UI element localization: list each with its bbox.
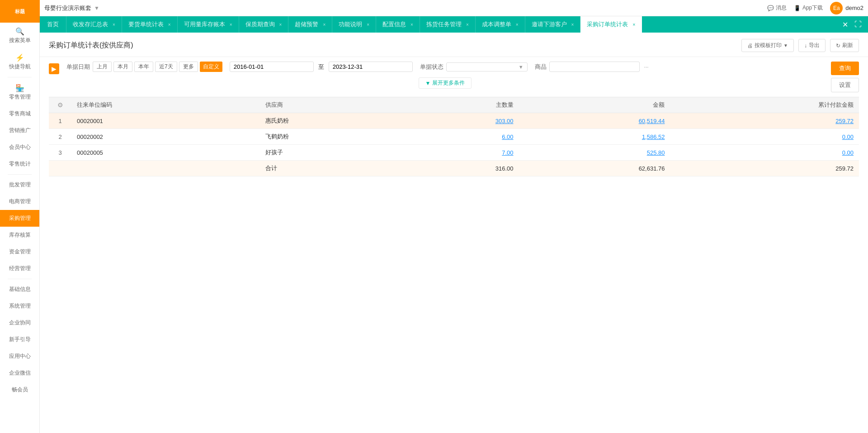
cell-paid[interactable]: 0.00 [670, 145, 859, 161]
date-separator: 至 [318, 63, 324, 71]
workspace-dropdown[interactable]: ▼ [94, 5, 99, 11]
sidebar-item-purchase[interactable]: 采购管理 [0, 210, 39, 227]
cell-code: 00020001 [71, 113, 260, 129]
chevron-down-icon: ▼ [519, 64, 524, 70]
close-all-icon[interactable]: ✕ [840, 19, 851, 31]
sidebar-item-retail-stats[interactable]: 零售统计 [0, 156, 39, 172]
cell-paid[interactable]: 0.00 [670, 129, 859, 145]
btn-this-year[interactable]: 本年 [134, 62, 153, 72]
sidebar-item-label: 系统管理 [9, 303, 31, 309]
sidebar-item-finance[interactable]: 资金管理 [0, 243, 39, 260]
app-label: App下载 [802, 4, 823, 12]
sidebar-item-enterprise[interactable]: 企业协同 [0, 314, 39, 331]
tab-config[interactable]: 配置信息 × [376, 16, 420, 33]
dropdown-arrow-icon[interactable]: ▼ [783, 43, 788, 48]
close-icon[interactable]: × [168, 22, 171, 27]
th-supplier: 供应商 [260, 97, 401, 113]
tab-expiry[interactable]: 保质期查询 × [239, 16, 289, 33]
cell-amount[interactable]: 60,519.44 [519, 113, 670, 129]
sidebar-item-wholesale[interactable]: 批发管理 [0, 176, 39, 193]
sidebar-item-operations[interactable]: 经营管理 [0, 260, 39, 277]
sidebar-item-retail[interactable]: 🏪 零售管理 [0, 79, 39, 105]
sidebar-item-wechat[interactable]: 企业微信 [0, 365, 39, 381]
btn-last-month[interactable]: 上月 [93, 62, 112, 72]
sidebar-item-quicknav[interactable]: ⚡ 快捷导航 [0, 49, 39, 75]
sidebar-item-ecommerce[interactable]: 电商管理 [0, 193, 39, 210]
table-row[interactable]: 3 00020005 好孩子 7.00 525.80 0.00 [49, 145, 859, 161]
filter-main-row: ▶ 单据日期 上月 本月 本年 近7天 更多 [49, 62, 859, 92]
goods-input[interactable] [549, 62, 640, 72]
sidebar-item-retail-shop[interactable]: 零售商城 [0, 105, 39, 122]
page-content: 采购订单统计表(按供应商) 🖨 按模板打印 ▼ ↓ 导出 ↻ 刷新 [40, 33, 868, 433]
filter-status-select[interactable]: ▼ [446, 62, 528, 71]
query-button[interactable]: 查询 [831, 62, 859, 75]
close-icon[interactable]: × [410, 22, 413, 27]
user-menu[interactable]: Ea demo2 [830, 2, 863, 14]
message-button[interactable]: 💬 消息 [767, 4, 787, 12]
date-from-input[interactable] [230, 62, 314, 72]
tab-function[interactable]: 功能说明 × [332, 16, 376, 33]
btn-7days[interactable]: 近7天 [155, 62, 177, 72]
avatar-text: Ea [833, 5, 840, 11]
table-row[interactable]: 2 00020002 飞鹤奶粉 6.00 1,586.52 0.00 [49, 129, 859, 145]
column-settings-icon[interactable]: ⚙ [57, 101, 63, 109]
tab-invite[interactable]: 邀请下游客户 × [525, 16, 581, 33]
btn-more-date[interactable]: 更多 [179, 62, 198, 72]
sidebar-item-inventory[interactable]: 库存核算 [0, 227, 39, 243]
tab-home[interactable]: 首页 [40, 16, 66, 33]
tab-goods-stats[interactable]: 要货单统计表 × [122, 16, 178, 33]
tab-cost[interactable]: 成本调整单 × [476, 16, 525, 33]
sidebar-item-vip[interactable]: 畅会员 [0, 381, 39, 398]
btn-this-month[interactable]: 本月 [113, 62, 132, 72]
table-row[interactable]: 1 00020001 惠氏奶粉 303.00 60,519.44 259.72 [49, 113, 859, 129]
more-options-icon[interactable]: ··· [644, 64, 649, 70]
close-icon[interactable]: × [367, 22, 369, 27]
close-icon[interactable]: × [113, 22, 115, 27]
sidebar-item-basic[interactable]: 基础信息 [0, 281, 39, 298]
close-icon[interactable]: × [632, 22, 635, 27]
close-icon[interactable]: × [323, 22, 326, 27]
th-code: 往来单位编码 [71, 97, 260, 113]
sidebar-item-newguide[interactable]: 新手引导 [0, 331, 39, 348]
app-download-button[interactable]: 📱 App下载 [794, 4, 823, 12]
close-icon[interactable]: × [571, 22, 574, 27]
filter-collapse-icon[interactable]: ▶ [49, 63, 59, 74]
tab-label: 保质期查询 [245, 20, 275, 29]
cell-supplier: 好孩子 [260, 145, 401, 161]
cell-paid[interactable]: 259.72 [670, 113, 859, 129]
print-button[interactable]: 🖨 按模板打印 ▼ [741, 39, 794, 52]
sidebar-item-label: 搜索英单 [9, 37, 31, 43]
btn-custom-date[interactable]: 自定义 [200, 62, 222, 72]
sidebar-item-marketing[interactable]: 营销推广 [0, 122, 39, 139]
filter-actions: 查询 设置 [831, 62, 859, 92]
cell-amount[interactable]: 1,586.52 [519, 129, 670, 145]
refresh-button[interactable]: ↻ 刷新 [830, 39, 859, 52]
tab-purchase-stats[interactable]: 采购订单统计表 × [580, 16, 642, 33]
cell-qty[interactable]: 303.00 [401, 113, 519, 129]
message-label: 消息 [776, 4, 787, 12]
tab-picking[interactable]: 拣货任务管理 × [420, 16, 476, 33]
close-icon[interactable]: × [466, 22, 469, 27]
export-button[interactable]: ↓ 导出 [798, 39, 826, 52]
sidebar-item-label: 批发管理 [9, 181, 31, 188]
cell-qty[interactable]: 7.00 [401, 145, 519, 161]
date-to-input[interactable] [329, 62, 413, 72]
cell-qty[interactable]: 6.00 [401, 129, 519, 145]
settings-button[interactable]: 设置 [831, 78, 859, 92]
sidebar-item-system[interactable]: 系统管理 [0, 298, 39, 314]
tab-collect[interactable]: 收发存汇总表 × [66, 16, 122, 33]
close-icon[interactable]: × [230, 22, 232, 27]
sidebar-item-member[interactable]: 会员中心 [0, 139, 39, 156]
sidebar-item-appcenter[interactable]: 应用中心 [0, 348, 39, 365]
tab-overstock[interactable]: 超储预警 × [288, 16, 332, 33]
filter-date-btns: 上月 本月 本年 近7天 更多 自定义 [93, 62, 222, 72]
filter-date-label: 单据日期 [66, 63, 90, 71]
page-header: 采购订单统计表(按供应商) 🖨 按模板打印 ▼ ↓ 导出 ↻ 刷新 [40, 33, 868, 57]
close-icon[interactable]: × [279, 22, 282, 27]
sidebar-item-search[interactable]: 🔍 搜索英单 [0, 23, 39, 49]
close-icon[interactable]: × [516, 22, 519, 27]
cell-amount[interactable]: 525.80 [519, 145, 670, 161]
tab-inventory-book[interactable]: 可用量库存账本 × [178, 16, 239, 33]
fullscreen-icon[interactable]: ⛶ [852, 19, 864, 30]
expand-more-button[interactable]: ▼ 展开更多条件 [419, 77, 472, 89]
